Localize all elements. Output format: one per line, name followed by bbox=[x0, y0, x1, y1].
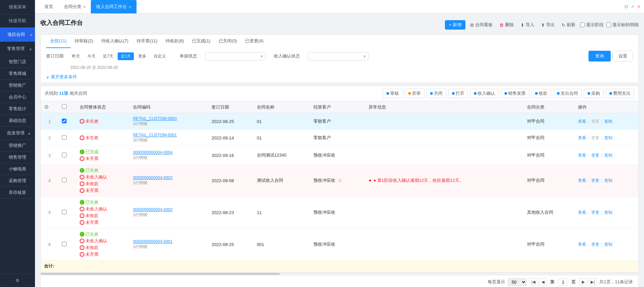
row-select-5[interactable] bbox=[62, 210, 67, 214]
show-segment-checkbox[interactable] bbox=[580, 23, 585, 27]
sidebar-item-purchase-mgmt[interactable]: 采购管理 bbox=[0, 175, 35, 187]
row-select-3[interactable] bbox=[62, 153, 67, 157]
sidebar-item-retail-mgmt[interactable]: 零售管理 ▲ bbox=[0, 42, 35, 56]
change-link-4[interactable]: 变更 bbox=[591, 178, 599, 183]
date-btn-yesterday[interactable]: 昨天 bbox=[69, 52, 83, 60]
close-window-icon[interactable]: × bbox=[637, 4, 640, 9]
sidebar-item-project[interactable]: 项目合同 ◀ bbox=[0, 28, 35, 42]
show-label-detail-checkbox[interactable] bbox=[606, 23, 611, 27]
action-purchase[interactable]: 采购 bbox=[584, 89, 604, 98]
date-btn-custom[interactable]: 自定义 bbox=[151, 52, 169, 60]
sidebar-search[interactable]: 搜索菜单 bbox=[0, 0, 35, 14]
sidebar-nav[interactable]: 快捷导航 bbox=[0, 14, 35, 28]
refresh-button[interactable]: ↻ 刷新 bbox=[560, 21, 577, 29]
sidebar-item-sales-mgmt[interactable]: 销售管理 bbox=[0, 152, 35, 163]
copy-link-6[interactable]: 复制 bbox=[604, 242, 612, 247]
last-page-button[interactable]: ▶| bbox=[589, 278, 597, 286]
sidebar-item-smart-store[interactable]: 智慧门店 bbox=[0, 56, 35, 68]
copy-link-1[interactable]: 复制 bbox=[604, 119, 612, 124]
change-link-3[interactable]: 变更 bbox=[591, 153, 599, 158]
export-button[interactable]: ⬆ 导出 bbox=[539, 21, 557, 29]
sidebar-item-marketing2[interactable]: 营销推广 bbox=[0, 140, 35, 152]
action-sales-invoice[interactable]: 销售发票 bbox=[501, 89, 529, 98]
query-button[interactable]: 查询 bbox=[589, 51, 611, 62]
show-segment-check[interactable]: 显示阶段 bbox=[580, 22, 604, 28]
change-link-6[interactable]: 变更 bbox=[591, 242, 599, 247]
contract-code-link-5[interactable]: 0000000000004-0002 bbox=[133, 207, 172, 212]
view-link-3[interactable]: 查看 bbox=[578, 153, 586, 158]
action-outgoing-contract[interactable]: 支出合同 bbox=[553, 89, 582, 98]
doc-status-select[interactable] bbox=[205, 52, 266, 60]
sidebar-item-member[interactable]: 会员中心 bbox=[0, 91, 35, 103]
view-link-4[interactable]: 查看 bbox=[578, 178, 586, 183]
filter-tab-closed[interactable]: 已关闭(0) bbox=[215, 35, 241, 48]
prev-page-button[interactable]: ◀ bbox=[539, 278, 547, 286]
date-btn-last1month[interactable]: 近1月 bbox=[118, 52, 134, 60]
sidebar-item-stock-settle[interactable]: 库存核算 bbox=[0, 187, 35, 199]
close-tab-contract-category[interactable]: × bbox=[83, 0, 85, 13]
sidebar-item-marketing[interactable]: 营销推广 bbox=[0, 80, 35, 91]
contract-code-link-6[interactable]: 0000000000004-0001 bbox=[133, 239, 172, 244]
date-btn-more[interactable]: 更多 bbox=[135, 52, 149, 60]
action-open[interactable]: 打开 bbox=[448, 89, 468, 98]
row-select-2[interactable] bbox=[62, 135, 67, 140]
view-link-5[interactable]: 查看 bbox=[578, 210, 586, 215]
sidebar-item-basic-info[interactable]: 基础信息 bbox=[0, 115, 35, 127]
view-link-2[interactable]: 查看 bbox=[578, 135, 586, 140]
view-link-6[interactable]: 查看 bbox=[578, 242, 586, 247]
new-button[interactable]: + 新增 bbox=[445, 20, 465, 30]
row-select-1[interactable] bbox=[62, 119, 67, 123]
filter-tab-all[interactable]: 全部(11) bbox=[46, 35, 71, 48]
view-link-1[interactable]: 查看 bbox=[578, 119, 586, 124]
filter-tab-pending-receipt[interactable]: 待收款(8) bbox=[161, 35, 188, 48]
page-current-input[interactable]: 1 bbox=[558, 279, 568, 286]
copy-link-2[interactable]: 复制 bbox=[604, 135, 612, 140]
select-all-checkbox[interactable] bbox=[62, 104, 67, 109]
change-link-1[interactable]: 变更 bbox=[591, 119, 599, 124]
action-receipt[interactable]: 收款 bbox=[531, 89, 551, 98]
sidebar-item-xiaochange[interactable]: 小畅电商 bbox=[0, 163, 35, 175]
restore-icon[interactable]: ⊡ bbox=[624, 4, 628, 9]
contract-board-button[interactable]: ⊞ 合同看板 bbox=[468, 21, 495, 29]
date-btn-today[interactable]: 今天 bbox=[84, 52, 99, 60]
copy-link-4[interactable]: 复制 bbox=[604, 178, 612, 183]
action-close[interactable]: 关闭 bbox=[426, 89, 446, 98]
contract-code-link-1[interactable]: RETAIL_CUSTOM-0003 bbox=[133, 116, 177, 121]
column-settings-icon[interactable]: ⚙ bbox=[44, 104, 49, 110]
contract-code-link-2[interactable]: RETAIL_CUSTOM-0001 bbox=[133, 133, 177, 137]
row-select-6[interactable] bbox=[62, 242, 67, 246]
show-label-detail-check[interactable]: 显示标的明细 bbox=[606, 22, 639, 28]
set-button[interactable]: 设置 bbox=[613, 51, 633, 62]
first-page-button[interactable]: |◀ bbox=[529, 278, 537, 286]
change-link-2[interactable]: 变更 bbox=[591, 135, 599, 140]
action-income-confirm[interactable]: 收入确认 bbox=[470, 89, 499, 98]
contract-code-link-4[interactable]: 0000000000004-0003 bbox=[133, 175, 172, 180]
action-expense-out[interactable]: 费用支出 bbox=[606, 89, 634, 98]
copy-link-3[interactable]: 复制 bbox=[604, 153, 612, 158]
sidebar-item-retail-mall[interactable]: 零售商城 bbox=[0, 68, 35, 80]
filter-tab-changed[interactable]: 已变更(4) bbox=[241, 35, 268, 48]
change-link-5[interactable]: 变更 bbox=[591, 210, 599, 215]
expand-more-button[interactable]: ∨ 展开更多条件 bbox=[46, 74, 77, 80]
filter-tab-pending-income-confirm[interactable]: 待收入确认(7) bbox=[97, 35, 132, 48]
next-page-button[interactable]: ▶ bbox=[579, 278, 587, 286]
copy-link-5[interactable]: 复制 bbox=[604, 210, 612, 215]
date-btn-last7[interactable]: 近7天 bbox=[100, 52, 116, 60]
tab-contract-category[interactable]: 合同分类 × bbox=[59, 0, 91, 13]
import-button[interactable]: ⬇ 导入 bbox=[519, 21, 536, 29]
action-review[interactable]: 审核 bbox=[383, 89, 403, 98]
income-confirm-status-select[interactable] bbox=[308, 52, 369, 60]
sidebar-item-wholesale-mgmt[interactable]: 批发管理 ▲ bbox=[0, 127, 35, 140]
contract-code-link-3[interactable]: 0000000000004-0004 bbox=[133, 150, 172, 155]
tab-income-contract[interactable]: 收入合同工作台 × bbox=[91, 0, 136, 13]
row-select-4[interactable] bbox=[62, 178, 67, 182]
sidebar-item-retail-stats[interactable]: 零售统计 bbox=[0, 103, 35, 115]
filter-tab-completed[interactable]: 已完成(1) bbox=[188, 35, 215, 48]
filter-tab-pending-invoice[interactable]: 待开票(11) bbox=[132, 35, 161, 48]
filter-tab-pending-review[interactable]: 待审核(2) bbox=[71, 35, 97, 48]
page-size-select[interactable]: 50 100 bbox=[508, 278, 527, 286]
maximize-icon[interactable]: ⤢ bbox=[631, 4, 635, 9]
sidebar-settings[interactable]: ⚙ bbox=[0, 274, 35, 287]
tab-home[interactable]: 首页 bbox=[39, 0, 59, 13]
action-abandon[interactable]: 弃审 bbox=[405, 89, 424, 98]
